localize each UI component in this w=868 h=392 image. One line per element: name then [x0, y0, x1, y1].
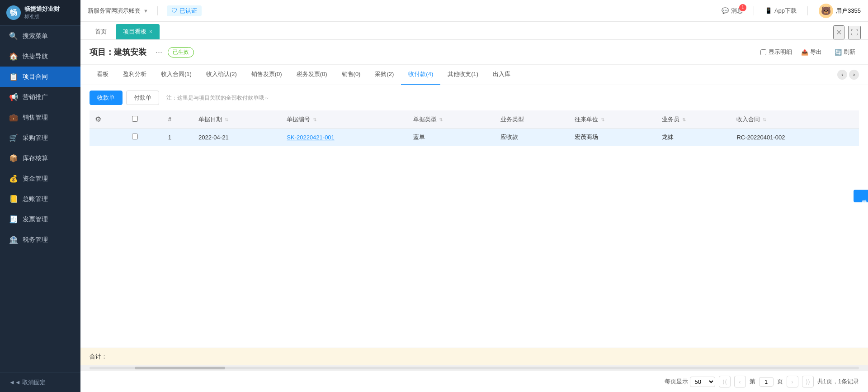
certified-label: 已认证: [179, 7, 197, 15]
app-edition: 标准版: [24, 13, 60, 20]
subtab-income-confirm[interactable]: 收入确认(2): [199, 65, 244, 85]
tab-project-board[interactable]: 项目看板 ×: [116, 24, 160, 39]
export-button[interactable]: 📤 导出: [797, 46, 826, 58]
subtab-tax-invoice[interactable]: 税务发票(0): [289, 65, 335, 85]
subtab-purchase[interactable]: 采购(2): [368, 65, 401, 85]
sidebar-unpin-button[interactable]: ◄◄ 取消固定: [0, 373, 80, 392]
sidebar-item-label: 搜索菜单: [23, 32, 48, 40]
user-menu[interactable]: 🐻 用户3355: [819, 4, 861, 18]
feedback-label: 反馈: [861, 195, 868, 197]
sidebar-item-sales[interactable]: 💼 销售管理: [0, 107, 80, 128]
window-expand-button[interactable]: ⛶: [848, 26, 861, 39]
sidebar-item-search[interactable]: 🔍 搜索菜单: [0, 26, 80, 46]
row-code[interactable]: SK-20220421-001: [281, 129, 407, 146]
row-type: 蓝单: [408, 129, 495, 146]
app-download-button[interactable]: 📱 App下载: [765, 7, 797, 15]
row-checkbox[interactable]: [127, 129, 163, 146]
avatar: 🐻: [819, 4, 833, 18]
page-content: 项目：建筑安装 ··· 已生效 显示明细 📤 导出 🔄 刷新: [80, 40, 868, 392]
subtab-sales-invoice[interactable]: 销售发票(0): [244, 65, 289, 85]
sidebar-item-invoice[interactable]: 🧾 发票管理: [0, 209, 80, 229]
sidebar-logo: 畅 畅捷通好业财 标准版: [0, 0, 80, 26]
tab-close-icon[interactable]: ×: [149, 29, 152, 35]
sidebar-item-tax[interactable]: 🏦 税务管理: [0, 229, 80, 250]
subtab-payment[interactable]: 收付款(4): [401, 65, 440, 85]
row-biz-type: 应收款: [495, 129, 569, 146]
code-sort-icon: ⇅: [313, 117, 316, 122]
message-button[interactable]: 💬 消息 1: [722, 7, 743, 15]
show-detail-toggle[interactable]: 显示明细: [760, 48, 792, 56]
sidebar-bottom-label: ◄◄ 取消固定: [9, 378, 46, 387]
code-link[interactable]: SK-20220421-001: [287, 134, 335, 141]
per-page-select[interactable]: 50 100 200: [690, 377, 715, 387]
subtab-other[interactable]: 其他收支(1): [440, 65, 486, 85]
prev-page-button[interactable]: ‹: [734, 376, 746, 387]
window-close-button[interactable]: ✕: [833, 25, 844, 39]
last-page-button[interactable]: ⟩⟩: [802, 376, 814, 387]
topbar-divider-2: [754, 6, 754, 15]
phone-icon: 📱: [765, 7, 772, 14]
contract-col-header[interactable]: 收入合同 ⇅: [731, 110, 859, 129]
tab-home[interactable]: 首页: [88, 24, 114, 39]
table-row[interactable]: 1 2022-04-21 SK-20220421-001 蓝单 应收款 宏茂商场…: [90, 129, 859, 146]
subtab-sales[interactable]: 销售(0): [335, 65, 368, 85]
settings-icon[interactable]: ⚙: [95, 115, 101, 123]
checkbox-col-header[interactable]: [127, 110, 163, 129]
row-settings: [90, 129, 127, 146]
inventory-icon: 📦: [9, 154, 18, 163]
refresh-button[interactable]: 🔄 刷新: [831, 46, 859, 58]
horizontal-scrollbar[interactable]: [80, 365, 868, 371]
first-page-button[interactable]: ⟨⟨: [719, 376, 731, 387]
certified-badge: 🛡 已认证: [167, 5, 202, 16]
feedback-button[interactable]: 反馈: [854, 190, 868, 202]
sidebar-scroll: 🔍 搜索菜单 🏠 快捷导航 📋 项目合同 📢 营销推广 💼 销售管理 🛒 采购管…: [0, 26, 80, 373]
sidebar-item-finance[interactable]: 💰 资金管理: [0, 168, 80, 189]
inner-tab-receipt[interactable]: 收款单: [90, 91, 123, 105]
per-page-label: 每页显示: [665, 378, 688, 386]
code-col-header[interactable]: 单据编号 ⇅: [281, 110, 407, 129]
settings-col-header[interactable]: ⚙: [90, 110, 127, 129]
show-detail-label: 显示明细: [769, 48, 792, 56]
message-badge: 1: [739, 4, 746, 11]
select-all-checkbox[interactable]: [132, 116, 138, 122]
subtab-prev-button[interactable]: ‹: [837, 70, 847, 80]
invoice-icon: 🧾: [9, 215, 18, 224]
search-icon: 🔍: [9, 32, 18, 40]
sidebar-item-ledger[interactable]: 📒 总账管理: [0, 189, 80, 209]
topbar-divider-1: [157, 6, 158, 15]
page-title: 项目：建筑安装: [90, 47, 146, 57]
account-selector[interactable]: 新服务官网演示账套 ▼: [88, 7, 148, 15]
page-input[interactable]: [759, 377, 774, 387]
account-name: 新服务官网演示账套: [88, 7, 141, 15]
topbar-divider-3: [807, 6, 808, 15]
inner-tab-payment[interactable]: 付款单: [126, 91, 159, 105]
page-suffix: 页: [777, 378, 783, 386]
type-col-header[interactable]: 单据类型 ⇅: [408, 110, 495, 129]
sidebar-item-label: 快捷导航: [23, 53, 48, 61]
tax-icon: 🏦: [9, 235, 18, 244]
date-col-header[interactable]: 单据日期 ⇅: [193, 110, 281, 129]
show-detail-checkbox[interactable]: [760, 49, 766, 55]
more-options-button[interactable]: ···: [156, 48, 162, 57]
page-size-selector: 每页显示 50 100 200: [665, 377, 715, 387]
sidebar-item-marketing[interactable]: 📢 营销推广: [0, 87, 80, 107]
subtab-board[interactable]: 看板: [90, 65, 116, 85]
subtab-next-button[interactable]: ›: [849, 70, 859, 80]
sidebar-item-project[interactable]: 📋 项目合同: [0, 67, 80, 87]
sidebar-item-label: 总账管理: [23, 195, 48, 203]
total-row: 合计：: [80, 348, 868, 365]
sidebar-item-inventory[interactable]: 📦 库存核算: [0, 148, 80, 168]
subtab-inout[interactable]: 出入库: [486, 65, 518, 85]
status-badge: 已生效: [168, 47, 194, 57]
partner-col-header[interactable]: 往来单位 ⇅: [569, 110, 656, 129]
scrollbar-thumb[interactable]: [135, 367, 225, 369]
main-content: 新服务官网演示账套 ▼ 🛡 已认证 💬 消息 1 📱 App下载 🐻 用户335…: [80, 0, 868, 392]
sidebar-item-purchase[interactable]: 🛒 采购管理: [0, 128, 80, 148]
sidebar-item-label: 销售管理: [23, 114, 48, 122]
subtab-profit[interactable]: 盈利分析: [116, 65, 154, 85]
refresh-icon: 🔄: [835, 49, 842, 56]
next-page-button[interactable]: ›: [787, 376, 798, 387]
subtab-income-contract[interactable]: 收入合同(1): [154, 65, 199, 85]
salesman-col-header[interactable]: 业务员 ⇅: [656, 110, 731, 129]
sidebar-item-quicknav[interactable]: 🏠 快捷导航: [0, 46, 80, 67]
